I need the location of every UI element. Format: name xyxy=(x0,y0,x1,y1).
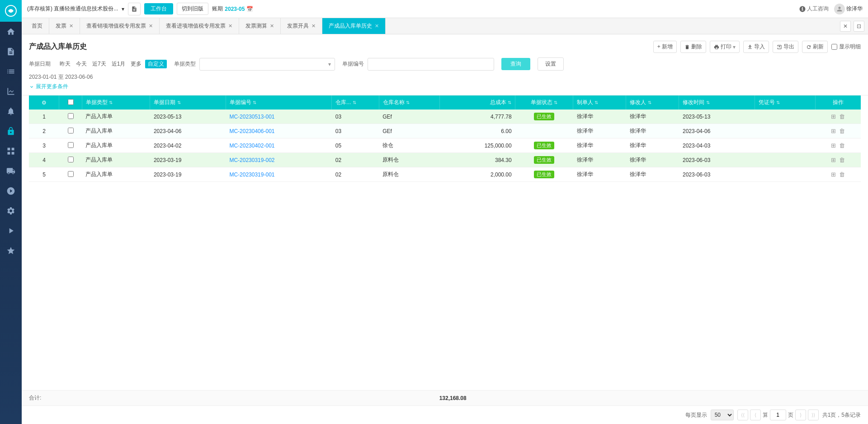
row-code-link[interactable]: MC-20230319-002 xyxy=(229,157,274,163)
company-dropdown-icon[interactable]: ▾ xyxy=(122,6,124,12)
row-code-link[interactable]: MC-20230319-001 xyxy=(229,172,274,178)
row-checkbox[interactable] xyxy=(68,113,74,119)
date-opt-custom[interactable]: 自定义 xyxy=(145,60,167,68)
th-cost[interactable]: 总成本 ⇅ xyxy=(439,95,515,110)
tab-expand-icon[interactable]: ⊡ xyxy=(854,21,864,32)
per-page-select[interactable]: 50 100 xyxy=(711,410,734,420)
select-all-checkbox[interactable] xyxy=(68,99,74,105)
date-opt-more[interactable]: 更多 xyxy=(129,60,143,68)
import-button[interactable]: 导入 xyxy=(743,41,769,53)
service-button[interactable]: 人工咨询 xyxy=(799,5,829,13)
print-dropdown-icon[interactable]: ▾ xyxy=(733,44,736,50)
sidebar-star-icon[interactable] xyxy=(0,241,22,261)
page-first-btn[interactable]: ⟨⟨ xyxy=(737,410,748,420)
tab-invoice-close[interactable]: ✕ xyxy=(69,23,73,29)
user-profile[interactable]: 徐泽华 xyxy=(834,4,863,14)
setting-button[interactable]: 设置 xyxy=(538,57,564,71)
row-view-icon[interactable]: ⊞ xyxy=(831,142,836,149)
th-creator[interactable]: 制单人 ⇅ xyxy=(573,95,626,110)
workbench-button[interactable]: 工作台 xyxy=(144,3,173,14)
row-checkbox-cell[interactable] xyxy=(59,153,82,167)
th-wh[interactable]: 仓库... ⇅ xyxy=(332,95,379,110)
row-checkbox[interactable] xyxy=(68,142,74,148)
row-code-link[interactable]: MC-20230513-001 xyxy=(229,114,274,120)
tab-invoice-calc-close[interactable]: ✕ xyxy=(270,23,274,29)
row-code[interactable]: MC-20230319-001 xyxy=(226,167,331,182)
th-modtime[interactable]: 修改时间 ⇅ xyxy=(679,95,755,110)
export-button[interactable]: 导出 xyxy=(773,41,798,53)
row-view-icon[interactable]: ⊞ xyxy=(831,113,836,120)
tab-sales-invoice[interactable]: 查看销项增值税专用发票 ✕ xyxy=(80,18,160,34)
date-opt-today[interactable]: 今天 xyxy=(74,60,89,68)
th-code[interactable]: 单据编号 ⇅ xyxy=(226,95,331,110)
row-view-icon[interactable]: ⊞ xyxy=(831,157,836,163)
tab-invoice-issue-close[interactable]: ✕ xyxy=(311,23,316,29)
tab-purchase-invoice-close[interactable]: ✕ xyxy=(228,23,232,29)
row-code[interactable]: MC-20230513-001 xyxy=(226,110,331,124)
sidebar-list-icon[interactable] xyxy=(0,62,22,81)
row-code[interactable]: MC-20230406-001 xyxy=(226,124,331,138)
row-checkbox[interactable] xyxy=(68,157,74,162)
th-settings[interactable]: ⚙ xyxy=(29,95,59,110)
show-detail-checkbox[interactable] xyxy=(831,44,837,50)
tab-product-history[interactable]: 产成品入库单历史 ✕ xyxy=(322,18,386,34)
th-date[interactable]: 单据日期 ⇅ xyxy=(150,95,226,110)
add-button[interactable]: + 新增 xyxy=(653,41,677,53)
refresh-button[interactable]: 刷新 xyxy=(802,41,828,53)
tab-close-all-icon[interactable]: ✕ xyxy=(840,21,851,32)
th-whname[interactable]: 仓库名称 ⇅ xyxy=(379,95,439,110)
row-delete-icon[interactable]: 🗑 xyxy=(839,157,845,163)
row-view-icon[interactable]: ⊞ xyxy=(831,171,836,178)
row-delete-icon[interactable]: 🗑 xyxy=(839,171,845,178)
tab-purchase-invoice[interactable]: 查看进项增值税专用发票 ✕ xyxy=(160,18,239,34)
expand-more-btn[interactable]: 展开更多条件 xyxy=(29,83,861,91)
row-checkbox-cell[interactable] xyxy=(59,138,82,153)
sidebar-chart-icon[interactable] xyxy=(0,81,22,101)
date-opt-1month[interactable]: 近1月 xyxy=(110,60,127,68)
th-status[interactable]: 单据状态 ⇅ xyxy=(515,95,573,110)
row-checkbox[interactable] xyxy=(68,128,74,133)
row-code-link[interactable]: MC-20230406-001 xyxy=(229,128,274,134)
row-checkbox-cell[interactable] xyxy=(59,110,82,124)
tab-invoice[interactable]: 发票 ✕ xyxy=(49,18,80,34)
row-delete-icon[interactable]: 🗑 xyxy=(839,113,845,120)
date-opt-yesterday[interactable]: 昨天 xyxy=(58,60,72,68)
row-checkbox-cell[interactable] xyxy=(59,167,82,182)
sidebar-truck-icon[interactable] xyxy=(0,161,22,181)
row-checkbox-cell[interactable] xyxy=(59,124,82,138)
type-select[interactable]: ▾ xyxy=(199,58,335,71)
print-button[interactable]: 打印 ▾ xyxy=(710,41,740,53)
page-last-btn[interactable]: ⟩⟩ xyxy=(808,410,819,420)
page-prev-btn[interactable]: ⟨ xyxy=(750,410,761,420)
tab-home[interactable]: 首页 xyxy=(25,18,49,34)
th-modifier[interactable]: 修改人 ⇅ xyxy=(626,95,679,110)
sidebar-document-icon[interactable] xyxy=(0,42,22,62)
row-code[interactable]: MC-20230402-001 xyxy=(226,138,331,153)
row-view-icon[interactable]: ⊞ xyxy=(831,128,836,134)
tab-sales-invoice-close[interactable]: ✕ xyxy=(149,23,153,29)
sidebar-gear-icon[interactable] xyxy=(0,201,22,221)
sidebar-play-icon[interactable] xyxy=(0,221,22,241)
tab-product-history-close[interactable]: ✕ xyxy=(375,23,379,29)
sidebar-home-icon[interactable] xyxy=(0,22,22,42)
tab-invoice-calc[interactable]: 发票测算 ✕ xyxy=(239,18,281,34)
code-input[interactable] xyxy=(368,58,494,71)
tab-invoice-issue[interactable]: 发票开具 ✕ xyxy=(281,18,322,34)
row-code-link[interactable]: MC-20230402-001 xyxy=(229,143,274,149)
row-checkbox[interactable] xyxy=(68,171,74,177)
sidebar-settings-circle-icon[interactable] xyxy=(0,181,22,201)
page-input[interactable] xyxy=(770,410,786,420)
page-next-btn[interactable]: ⟩ xyxy=(795,410,806,420)
period-calendar-icon[interactable]: 📅 xyxy=(246,6,253,12)
th-voucher[interactable]: 凭证号 ⇅ xyxy=(755,95,815,110)
sidebar-lock-icon[interactable] xyxy=(0,121,22,141)
search-button[interactable]: 查询 xyxy=(501,58,530,70)
th-checkbox[interactable] xyxy=(59,95,82,110)
th-type[interactable]: 单据类型 ⇅ xyxy=(82,95,150,110)
date-opt-7days[interactable]: 近7天 xyxy=(90,60,108,68)
switch-button[interactable]: 切到旧版 xyxy=(177,3,208,15)
delete-button[interactable]: 删除 xyxy=(680,41,706,53)
sidebar-bell-icon[interactable] xyxy=(0,101,22,121)
topbar-doc-icon[interactable] xyxy=(128,3,141,15)
show-detail-toggle[interactable]: 显示明细 xyxy=(831,43,861,51)
